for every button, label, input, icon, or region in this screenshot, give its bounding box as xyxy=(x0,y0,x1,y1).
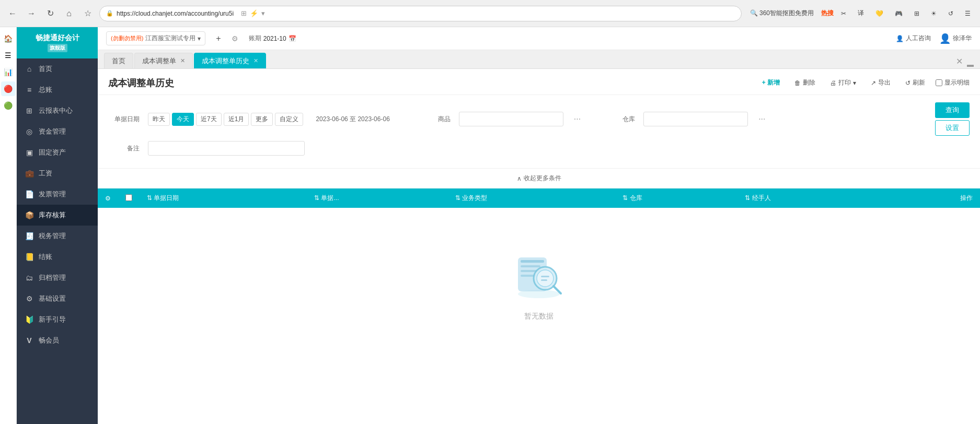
sidebar-item-tax[interactable]: 🧾 税务管理 xyxy=(17,226,98,246)
history-btn[interactable]: ↺ xyxy=(944,8,958,19)
sidebar-item-invoice[interactable]: 📄 发票管理 xyxy=(17,184,98,205)
th-settings[interactable]: ⚙ xyxy=(98,189,118,208)
sidebar-label-ledger: 总账 xyxy=(39,85,52,95)
tab-cost-adjust[interactable]: 成本调整单 ✕ xyxy=(134,53,193,68)
rail-icon-3[interactable]: 📊 xyxy=(1,65,16,79)
sidebar-item-member[interactable]: V 畅会员 xyxy=(17,330,98,351)
warehouse-more-dots[interactable]: ··· xyxy=(756,114,767,124)
home-button[interactable]: ⌂ xyxy=(62,6,76,21)
delete-button[interactable]: 🗑 删除 xyxy=(790,76,820,89)
date-1month[interactable]: 近1月 xyxy=(224,113,249,126)
sidebar-item-inventory[interactable]: 📦 库存核算 xyxy=(17,205,98,226)
tab-history-close[interactable]: ✕ xyxy=(253,57,258,64)
close-panel-btn[interactable]: ✕ xyxy=(954,54,965,68)
svg-rect-10 xyxy=(541,279,547,281)
set-button[interactable]: 设置 xyxy=(935,120,970,136)
browser-chrome: ← → ↻ ⌂ ☆ 🔒 https://cloud.chanjet.com/ac… xyxy=(0,0,980,27)
settings-icon: ⚙ xyxy=(25,295,33,303)
filter-row-note: 备注 xyxy=(108,141,970,156)
filter-row-date: 单据日期 昨天 今天 近7天 近1月 更多 自定义 2023-06-06 至 2… xyxy=(108,102,970,136)
sidebar-item-payroll[interactable]: 💼 工资 xyxy=(17,163,98,184)
sidebar-label-home: 首页 xyxy=(39,64,52,74)
grid-btn[interactable]: ⊞ xyxy=(910,8,924,19)
rail-icon-4[interactable]: 🔴 xyxy=(1,81,16,96)
settings-gear-icon[interactable]: ⚙ xyxy=(232,34,238,43)
menu-btn[interactable]: ☰ xyxy=(961,8,975,19)
add-tab-btn[interactable]: + xyxy=(212,32,225,45)
warehouse-filter-input[interactable] xyxy=(643,112,748,126)
sidebar-label-close: 结账 xyxy=(39,252,52,262)
print-button[interactable]: 🖨 打印 ▾ xyxy=(826,76,860,89)
note-filter-input[interactable] xyxy=(148,141,305,156)
icon-rail: 🏠 ☰ 📊 🔴 🟢 xyxy=(0,27,17,424)
sidebar-item-assets[interactable]: ▣ 固定资产 xyxy=(17,142,98,163)
query-button[interactable]: 查询 xyxy=(935,102,970,118)
address-bar[interactable]: 🔒 https://cloud.chanjet.com/accounting/u… xyxy=(99,6,742,21)
product-more-dots[interactable]: ··· xyxy=(572,114,583,124)
search-360-btn[interactable]: 🔍 360智能抠图免费用 xyxy=(746,7,818,20)
game-btn[interactable]: 🎮 xyxy=(891,8,907,19)
th-warehouse[interactable]: ⇅ 仓库 xyxy=(615,189,737,208)
minimize-btn[interactable]: ▬ xyxy=(967,61,974,68)
forward-button[interactable]: → xyxy=(24,6,39,21)
sidebar-item-ledger[interactable]: ≡ 总账 xyxy=(17,79,98,100)
date-today[interactable]: 今天 xyxy=(172,113,194,126)
date-yesterday[interactable]: 昨天 xyxy=(148,113,170,126)
date-7days[interactable]: 近7天 xyxy=(196,113,222,126)
sidebar-item-settings[interactable]: ⚙ 基础设置 xyxy=(17,288,98,309)
table-settings-icon[interactable]: ⚙ xyxy=(105,195,111,202)
svg-rect-9 xyxy=(541,276,549,277)
user-name: 徐泽华 xyxy=(953,34,972,43)
user-info[interactable]: 👤 徐泽华 xyxy=(939,33,972,44)
date-more[interactable]: 更多 xyxy=(251,113,273,126)
invoice-icon: 📄 xyxy=(25,190,33,198)
dropdown-icon: ▾ xyxy=(261,9,265,17)
tab-cost-adjust-label: 成本调整单 xyxy=(142,56,176,66)
wallet-btn[interactable]: 💛 xyxy=(871,8,887,19)
tab-home-label: 首页 xyxy=(112,56,125,66)
sidebar-item-home[interactable]: ⌂ 首页 xyxy=(17,58,98,79)
collapse-button[interactable]: ∧ 收起更多条件 xyxy=(509,171,570,186)
product-filter-input[interactable] xyxy=(459,112,563,126)
help-link[interactable]: 👤 人工咨询 xyxy=(896,34,931,43)
show-cols-toggle[interactable]: 显示明细 xyxy=(936,78,970,87)
tab-cost-adjust-history[interactable]: 成本调整单历史 ✕ xyxy=(194,53,266,68)
collapse-label: 收起更多条件 xyxy=(524,174,561,183)
select-all-checkbox[interactable] xyxy=(125,194,132,201)
bookmark-button[interactable]: ☆ xyxy=(80,6,95,21)
refresh-button[interactable]: ↺ 刷新 xyxy=(901,76,929,89)
top-bar-right: 👤 人工咨询 👤 徐泽华 xyxy=(896,33,972,44)
company-selector[interactable]: (勿删勿禁用) 江西服宝测试专用 ▾ xyxy=(106,31,205,45)
browser-right-tools: 🔍 360智能抠图免费用 热搜 ✂ 译 💛 🎮 ⊞ ☀ ↺ ☰ xyxy=(746,7,975,20)
translate-btn[interactable]: 译 xyxy=(854,7,868,20)
delete-icon: 🗑 xyxy=(794,79,801,87)
sidebar-label-payroll: 工资 xyxy=(39,169,52,178)
sidebar-item-capital[interactable]: ◎ 资金管理 xyxy=(17,121,98,142)
th-handler[interactable]: ⇅ 经手人 xyxy=(737,189,882,208)
sidebar-item-reports[interactable]: ⊞ 云报表中心 xyxy=(17,100,98,121)
rail-icon-1[interactable]: 🏠 xyxy=(1,31,16,46)
rail-icon-2[interactable]: ☰ xyxy=(1,48,16,63)
print-dropdown-icon: ▾ xyxy=(853,79,856,87)
empty-svg xyxy=(508,250,570,302)
show-cols-label-text: 显示明细 xyxy=(944,78,970,87)
date-custom[interactable]: 自定义 xyxy=(275,113,303,126)
tab-home[interactable]: 首页 xyxy=(104,53,133,68)
tab-cost-adjust-close[interactable]: ✕ xyxy=(180,57,185,64)
sidebar-item-newbie[interactable]: 🔰 新手引导 xyxy=(17,309,98,330)
theme-btn[interactable]: ☀ xyxy=(927,8,941,19)
reload-button[interactable]: ↻ xyxy=(43,6,57,21)
new-button[interactable]: + 新增 xyxy=(758,76,784,89)
back-button[interactable]: ← xyxy=(5,6,20,21)
sidebar-item-close[interactable]: 📒 结账 xyxy=(17,246,98,267)
th-number[interactable]: ⇅ 单据... xyxy=(307,189,448,208)
th-date[interactable]: ⇅ 单据日期 xyxy=(140,189,307,208)
th-checkbox[interactable] xyxy=(118,189,140,208)
hot-search-label: 热搜 xyxy=(821,9,834,18)
scissors-btn[interactable]: ✂ xyxy=(837,8,850,19)
sidebar-item-archive[interactable]: 🗂 归档管理 xyxy=(17,267,98,288)
show-cols-checkbox[interactable] xyxy=(936,79,942,86)
export-button[interactable]: ↗ 导出 xyxy=(867,76,895,89)
th-biz-type[interactable]: ⇅ 业务类型 xyxy=(448,189,615,208)
rail-icon-5[interactable]: 🟢 xyxy=(1,98,16,113)
